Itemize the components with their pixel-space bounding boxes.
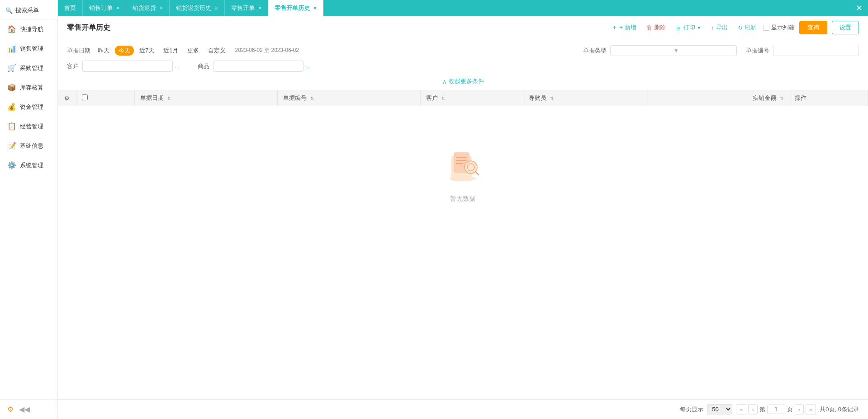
- sidebar-item-system-mgmt[interactable]: ⚙️ 系统管理: [0, 155, 57, 175]
- tab-retail-open-history[interactable]: 零售开单历史 ×: [268, 0, 323, 16]
- table-col-guide[interactable]: 导购员 ⇅: [523, 90, 646, 106]
- collapse-filter-button[interactable]: ∧ 收起更多条件: [442, 76, 484, 86]
- settings-gear-icon[interactable]: ⚙: [7, 405, 14, 414]
- query-button[interactable]: 查询: [799, 21, 827, 34]
- select-all-checkbox[interactable]: [82, 94, 88, 100]
- table-col-gear[interactable]: ⚙: [58, 90, 76, 106]
- tab-sales-return-history-close[interactable]: ×: [215, 5, 218, 11]
- date-opt-7days[interactable]: 近7天: [136, 46, 158, 56]
- tab-sales-order[interactable]: 销售订单 ×: [83, 0, 126, 16]
- sidebar-item-label: 销售管理: [20, 45, 43, 53]
- sidebar-item-purchase-mgmt[interactable]: 🛒 采购管理: [0, 58, 57, 78]
- home-icon: 🏠: [7, 25, 16, 33]
- window-close-icon[interactable]: ✕: [856, 3, 863, 13]
- tab-retail-open-history-label: 零售开单历史: [275, 4, 310, 12]
- main-area: 首页 销售订单 × 销货退货 × 销货退货历史 × 零售开单 × 零售开单历史 …: [58, 0, 868, 419]
- collapse-sidebar-icon[interactable]: ◀◀: [19, 405, 30, 414]
- page-label-after: 页: [787, 405, 793, 414]
- table-col-date[interactable]: 单据日期 ⇅: [135, 90, 278, 106]
- add-button[interactable]: ＋ + 新增: [609, 22, 639, 33]
- gear-icon[interactable]: ⚙: [64, 95, 70, 102]
- prev-page-button[interactable]: ‹: [748, 404, 757, 414]
- print-arrow-icon: ▼: [697, 25, 702, 30]
- data-table: ⚙ 单据日期 ⇅ 单据编号 ⇅: [58, 90, 868, 239]
- doc-type-label: 单据类型: [583, 47, 607, 55]
- sidebar-item-operations[interactable]: 📋 经营管理: [0, 117, 57, 136]
- sidebar-item-quick-nav[interactable]: 🏠 快捷导航: [0, 19, 57, 39]
- sidebar-item-label: 经营管理: [20, 122, 43, 131]
- tab-sales-order-label: 销售订单: [89, 4, 113, 12]
- table-col-customer[interactable]: 客户 ⇅: [421, 90, 523, 106]
- table-col-checkbox[interactable]: [76, 90, 135, 106]
- collapse-filter-row: ∧ 收起更多条件: [67, 76, 859, 86]
- customer-dots-icon[interactable]: ...: [175, 63, 180, 70]
- delete-button[interactable]: 🗑 删除: [644, 22, 669, 33]
- table-col-amount[interactable]: 实销金额 ⇅: [646, 90, 789, 106]
- sidebar-search[interactable]: 🔍 搜索采单: [0, 0, 57, 19]
- filter-row-1: 单据日期 昨天 今天 近7天 近1月 更多 自定义 2023-06-02 至 2…: [67, 45, 859, 56]
- doc-type-select[interactable]: ▼: [610, 45, 737, 56]
- settings-button[interactable]: 设置: [832, 21, 859, 34]
- content-area: 零售开单历史 ＋ + 新增 🗑 删除 🖨 打印 ▼ ↑ 导出: [58, 16, 868, 419]
- sidebar-item-sales-mgmt[interactable]: 📊 销售管理: [0, 39, 57, 58]
- page-title: 零售开单历史: [67, 23, 110, 33]
- tab-sales-return-history-label: 销货退货历史: [176, 4, 211, 12]
- empty-illustration: [440, 142, 485, 188]
- finance-icon: 💰: [7, 103, 16, 111]
- svg-line-7: [475, 172, 479, 175]
- product-input[interactable]: [213, 61, 304, 72]
- product-dots-icon[interactable]: ...: [305, 63, 310, 70]
- tab-retail-open[interactable]: 零售开单 ×: [225, 0, 268, 16]
- tab-sales-return-history[interactable]: 销货退货历史 ×: [170, 0, 225, 16]
- doc-num-label: 单据编号: [746, 47, 769, 55]
- display-cols-toggle[interactable]: 显示列筛: [764, 24, 795, 32]
- sidebar-item-basic-info[interactable]: 📝 基础信息: [0, 136, 57, 155]
- sales-icon: 📊: [7, 44, 16, 53]
- page-nav: « ‹ 第 页 › »: [736, 404, 816, 414]
- sidebar-item-finance[interactable]: 💰 资金管理: [0, 97, 57, 117]
- date-opt-1month[interactable]: 近1月: [160, 46, 182, 56]
- print-button[interactable]: 🖨 打印 ▼: [673, 22, 704, 33]
- date-opt-more[interactable]: 更多: [184, 46, 203, 56]
- first-page-button[interactable]: «: [736, 404, 746, 414]
- empty-state: 暂无数据: [58, 106, 868, 239]
- tab-retail-open-history-close[interactable]: ×: [313, 5, 317, 11]
- search-icon: 🔍: [5, 7, 13, 14]
- page-size-select[interactable]: 10 20 50 100: [707, 404, 732, 414]
- sidebar-item-label: 基础信息: [20, 142, 43, 150]
- page-header: 零售开单历史 ＋ + 新增 🗑 删除 🖨 打印 ▼ ↑ 导出: [58, 16, 868, 39]
- refresh-button[interactable]: ↻ 刷新: [735, 22, 759, 33]
- chevron-up-icon: ∧: [442, 78, 447, 85]
- export-button[interactable]: ↑ 导出: [709, 22, 731, 33]
- tab-sales-return[interactable]: 销货退货 ×: [126, 0, 170, 16]
- tab-sales-return-label: 销货退货: [133, 4, 156, 12]
- table-body: 暂无数据: [58, 106, 868, 240]
- tab-sales-return-close[interactable]: ×: [160, 5, 163, 11]
- pagination-bar: 每页显示 10 20 50 100 « ‹ 第 页 › » 共0页, 0条记录: [58, 399, 868, 419]
- tab-sales-order-close[interactable]: ×: [116, 5, 119, 11]
- refresh-icon: ↻: [738, 24, 743, 31]
- print-icon: 🖨: [676, 24, 682, 31]
- sidebar-item-inventory[interactable]: 📦 库存核算: [0, 78, 57, 97]
- date-opt-custom[interactable]: 自定义: [204, 46, 229, 56]
- page-label-before: 第: [759, 405, 765, 414]
- export-icon: ↑: [711, 24, 715, 31]
- data-table-wrap: ⚙ 单据日期 ⇅ 单据编号 ⇅: [58, 90, 868, 399]
- tab-home[interactable]: 首页: [58, 0, 83, 16]
- doc-num-input[interactable]: [773, 45, 859, 56]
- sort-amount-icon: ⇅: [780, 96, 783, 101]
- last-page-button[interactable]: »: [806, 404, 816, 414]
- empty-text: 暂无数据: [450, 195, 475, 203]
- display-cols-checkbox[interactable]: [764, 25, 769, 31]
- table-col-action: 操作: [789, 90, 868, 106]
- next-page-button[interactable]: ›: [795, 404, 804, 414]
- date-opt-today[interactable]: 今天: [115, 46, 134, 56]
- date-opt-yesterday[interactable]: 昨天: [94, 46, 113, 56]
- page-number-input[interactable]: [767, 405, 785, 414]
- date-label: 单据日期: [67, 47, 90, 55]
- sort-date-icon: ⇅: [167, 96, 171, 101]
- tab-retail-open-close[interactable]: ×: [258, 5, 261, 11]
- customer-input[interactable]: [82, 61, 173, 72]
- table-col-num[interactable]: 单据编号 ⇅: [278, 90, 421, 106]
- filter-area: 单据日期 昨天 今天 近7天 近1月 更多 自定义 2023-06-02 至 2…: [58, 39, 868, 90]
